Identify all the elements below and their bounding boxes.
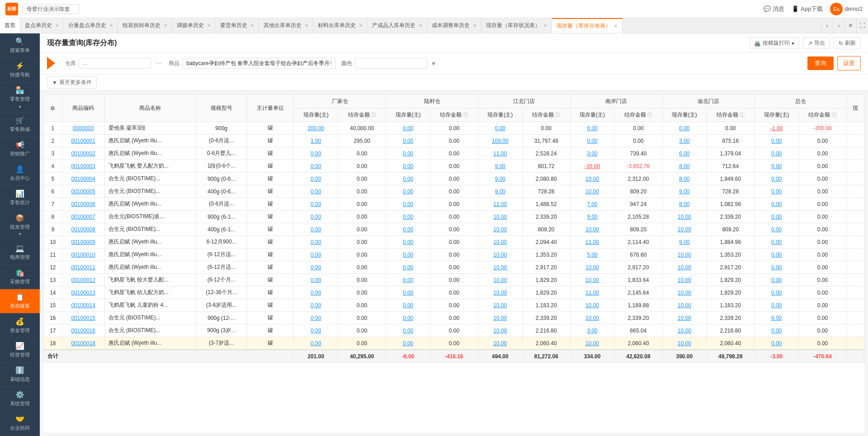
- cell-code[interactable]: 00100005: [62, 185, 104, 198]
- tab-scan-history[interactable]: 盘点单历史 ✕: [20, 18, 64, 33]
- cell-code[interactable]: 00100003: [62, 160, 104, 173]
- tab-other-out[interactable]: 其他出库单历史 ✕: [259, 18, 313, 33]
- tab-close-material-out[interactable]: ✕: [359, 23, 363, 28]
- cell-c5-qty[interactable]: 10.00: [662, 211, 707, 223]
- cell-c2-qty[interactable]: 0.00: [386, 324, 430, 337]
- tab-stock-dist[interactable]: 现存量（库存分布表） ✕: [552, 18, 623, 33]
- cell-c1-qty[interactable]: 200.00: [294, 122, 338, 135]
- sidebar-item-ecommerce[interactable]: 💻 电商管理: [0, 240, 40, 265]
- cell-code[interactable]: 00100001: [62, 135, 104, 147]
- cell-tot-qty[interactable]: 0.00: [755, 160, 799, 173]
- cell-tot-qty[interactable]: 0.00: [755, 337, 799, 350]
- cell-c4-qty[interactable]: 10.00: [570, 337, 614, 350]
- cell-c2-qty[interactable]: 0.00: [386, 122, 430, 135]
- sidebar-item-system[interactable]: ⚙️ 系统管理: [0, 387, 40, 411]
- cell-code[interactable]: 00100002: [62, 147, 104, 160]
- cell-code[interactable]: 00100014: [62, 299, 104, 312]
- cell-c1-qty[interactable]: 0.00: [294, 173, 338, 185]
- cell-tot-qty[interactable]: 0.00: [755, 135, 799, 147]
- cell-c3-qty[interactable]: 9.00: [478, 173, 523, 185]
- cell-c4-qty[interactable]: 9.00: [570, 211, 614, 223]
- cell-c1-qty[interactable]: 0.00: [294, 324, 338, 337]
- cell-tot-qty[interactable]: 0.00: [755, 236, 799, 248]
- cell-c1-qty[interactable]: 1.00: [294, 135, 338, 147]
- cell-c4-qty[interactable]: 0.00: [570, 135, 614, 147]
- cell-c2-qty[interactable]: 0.00: [386, 248, 430, 261]
- message-btn[interactable]: 💬 消息: [764, 5, 784, 13]
- tab-close-request[interactable]: ✕: [250, 23, 254, 28]
- tab-expand-btn[interactable]: ⛶: [856, 18, 868, 33]
- user-area[interactable]: Ea demo2: [830, 3, 863, 15]
- cell-c1-qty[interactable]: 0.00: [294, 185, 338, 198]
- sidebar-item-retail-mgmt[interactable]: 🏪 零售管理 ▲: [0, 82, 40, 113]
- tab-close-transfer[interactable]: ✕: [207, 23, 211, 28]
- collapse-btn[interactable]: [47, 57, 55, 70]
- expand-conditions-btn[interactable]: ▼ 展开更多条件: [47, 76, 97, 89]
- cell-c4-qty[interactable]: 10.00: [570, 223, 614, 236]
- tab-product-in[interactable]: 产成品入库单历史 ✕: [368, 18, 427, 33]
- cell-c2-qty[interactable]: 0.00: [386, 211, 430, 223]
- cell-c1-qty[interactable]: 0.00: [294, 274, 338, 286]
- tab-transfer[interactable]: 调拨单历史 ✕: [172, 18, 216, 33]
- cell-c1-qty[interactable]: 0.00: [294, 223, 338, 236]
- cell-c5-qty[interactable]: 10.00: [662, 261, 707, 274]
- cell-c4-qty[interactable]: 3.00: [570, 147, 614, 160]
- cell-tot-qty[interactable]: 0.00: [755, 248, 799, 261]
- tab-close-cost-adjust[interactable]: ✕: [473, 23, 476, 28]
- cell-c4-qty[interactable]: 3.00: [570, 324, 614, 337]
- cell-c2-qty[interactable]: 0.00: [386, 299, 430, 312]
- cell-c5-qty[interactable]: 10.00: [662, 223, 707, 236]
- cell-c3-qty[interactable]: 0.00: [478, 122, 523, 135]
- cell-c3-qty[interactable]: 9.00: [478, 185, 523, 198]
- cell-c3-qty[interactable]: 10.00: [478, 286, 523, 299]
- cell-c1-qty[interactable]: 0.00: [294, 236, 338, 248]
- tab-home[interactable]: 首页: [0, 18, 20, 33]
- cell-c5-qty[interactable]: 8.00: [662, 160, 707, 173]
- cell-c4-qty[interactable]: 10.00: [570, 274, 614, 286]
- cell-c3-qty[interactable]: 10.00: [478, 261, 523, 274]
- tab-close-other-out[interactable]: ✕: [305, 23, 308, 28]
- print-btn[interactable]: 🖨️ 按模版打印 ▾: [749, 37, 799, 49]
- system-select[interactable]: 母婴行业演示陈套: [23, 4, 80, 14]
- sidebar-item-marketing[interactable]: 📢 营销推广: [0, 137, 40, 161]
- cell-code[interactable]: 00100008: [62, 223, 104, 236]
- cell-c5-qty[interactable]: 10.00: [662, 312, 707, 324]
- cell-c2-qty[interactable]: 0.00: [386, 185, 430, 198]
- sidebar-item-retail-stats[interactable]: 📊 零售统计: [0, 186, 40, 210]
- sidebar-item-finance[interactable]: 💰 资金管理: [0, 314, 40, 338]
- cell-c4-qty[interactable]: 10.00: [570, 173, 614, 185]
- cell-code[interactable]: 00100007: [62, 211, 104, 223]
- info-icon-6[interactable]: ⓘ: [832, 112, 837, 117]
- sidebar-item-basic-info[interactable]: ℹ️ 基础信息: [0, 362, 40, 387]
- cell-c2-qty[interactable]: 0.00: [386, 312, 430, 324]
- color-dropdown-btn[interactable]: ▾: [430, 59, 437, 68]
- sidebar-item-ops[interactable]: 📈 经营管理: [0, 338, 40, 362]
- sidebar-item-quick-nav[interactable]: ⚡ 快捷导航: [0, 58, 40, 82]
- cell-c5-qty[interactable]: 10.00: [662, 248, 707, 261]
- cell-c3-qty[interactable]: 9.00: [478, 160, 523, 173]
- export-btn[interactable]: ↗ 导出: [803, 37, 830, 49]
- cell-c2-qty[interactable]: 0.00: [386, 173, 430, 185]
- tab-close-scan2[interactable]: ✕: [109, 23, 113, 28]
- refresh-btn[interactable]: ↻ 刷新: [834, 37, 861, 49]
- cell-c1-qty[interactable]: 0.00: [294, 160, 338, 173]
- cell-c1-qty[interactable]: 0.00: [294, 299, 338, 312]
- query-btn[interactable]: 查询: [807, 56, 834, 70]
- tab-close-assembly[interactable]: ✕: [164, 23, 167, 28]
- cell-tot-qty[interactable]: 0.00: [755, 286, 799, 299]
- cell-code[interactable]: 00100004: [62, 173, 104, 185]
- cell-c3-qty[interactable]: 10.00: [478, 236, 523, 248]
- sidebar-item-search[interactable]: 🔍 搜索英单: [0, 33, 40, 58]
- cell-code[interactable]: 00100006: [62, 198, 104, 211]
- cell-c3-qty[interactable]: 10.00: [478, 299, 523, 312]
- cell-tot-qty[interactable]: 0.00: [755, 261, 799, 274]
- cell-c3-qty[interactable]: 11.00: [478, 198, 523, 211]
- th-settings[interactable]: ⚙: [44, 95, 62, 122]
- tab-request[interactable]: 要货单历史 ✕: [216, 18, 259, 33]
- cell-c1-qty[interactable]: 0.00: [294, 248, 338, 261]
- cell-c4-qty[interactable]: 10.00: [570, 312, 614, 324]
- cell-c1-qty[interactable]: 0.00: [294, 312, 338, 324]
- cell-c5-qty[interactable]: 10.00: [662, 274, 707, 286]
- cell-tot-qty[interactable]: 0.00: [755, 173, 799, 185]
- product-input[interactable]: [182, 58, 336, 69]
